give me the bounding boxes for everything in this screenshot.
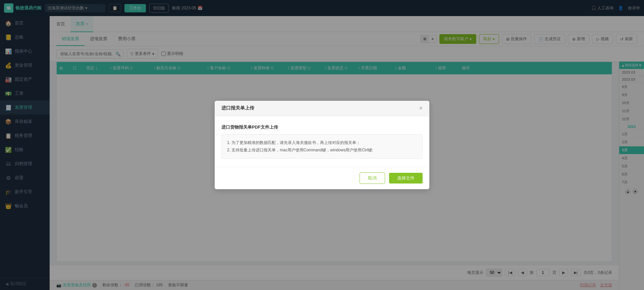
modal-title: 进口报关单上传: [221, 105, 254, 111]
modal-header: 进口报关单上传 ×: [215, 101, 429, 116]
modal-select-file-btn[interactable]: 选择文件: [389, 173, 423, 184]
modal-info-box: 1. 为了更加精准的数据匹配，请先录入海关缴款书，再上传对应的报关单； 2. 支…: [221, 134, 423, 159]
modal-footer: 取消 选择文件: [215, 167, 429, 189]
modal-overlay: 进口报关单上传 × 进口货物报关单PDF文件上传 1. 为了更加精准的数据匹配，…: [0, 0, 644, 290]
modal-section-title: 进口货物报关单PDF文件上传: [221, 124, 423, 130]
modal-close-btn[interactable]: ×: [419, 105, 423, 112]
modal-info-item-1: 1. 为了更加精准的数据匹配，请先录入海关缴款书，再上传对应的报关单；: [227, 139, 417, 147]
import-customs-modal: 进口报关单上传 × 进口货物报关单PDF文件上传 1. 为了更加精准的数据匹配，…: [215, 101, 429, 189]
modal-info-item-2: 2. 支持批量上传进口报关单，mac用户使用Command键，windows用户…: [227, 147, 417, 154]
modal-cancel-btn[interactable]: 取消: [360, 172, 385, 184]
modal-body: 进口货物报关单PDF文件上传 1. 为了更加精准的数据匹配，请先录入海关缴款书，…: [215, 116, 429, 167]
